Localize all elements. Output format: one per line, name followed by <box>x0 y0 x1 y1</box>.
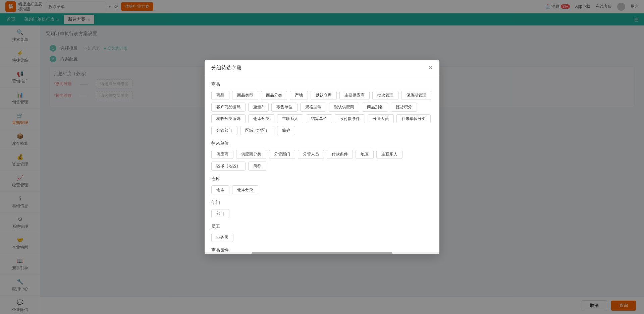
field-tag[interactable]: 商品 <box>211 91 229 100</box>
field-tag[interactable]: 供应商分类 <box>236 150 266 159</box>
field-tag[interactable]: 分管人员 <box>298 150 324 159</box>
field-tag[interactable]: 商品别名 <box>362 103 388 112</box>
section-goods-attr-title: 商品属性 <box>211 247 433 252</box>
field-tag[interactable]: 往来单位分类 <box>396 114 431 123</box>
section-goods-attr: 商品属性 属性 颜色 多规格 尺码 鞋码 1 <box>211 247 433 252</box>
section-goods: 商品 商品 商品类型 商品分类 产地 默认仓库 主要供应商 批次管理 保质期管理… <box>211 81 433 135</box>
field-tag[interactable]: 仓库分类 <box>248 114 274 123</box>
modal-header: 分组待选字段 ✕ <box>205 60 439 76</box>
modal-close-btn[interactable]: ✕ <box>428 65 433 70</box>
section-warehouse-tags: 仓库 仓库分类 <box>211 185 433 194</box>
modal-title: 分组待选字段 <box>211 65 241 71</box>
section-goods-tags: 商品 商品类型 商品分类 产地 默认仓库 主要供应商 批次管理 保质期管理 客户… <box>211 91 433 135</box>
field-tag[interactable]: 主联系人 <box>376 150 402 159</box>
field-tag[interactable]: 默认仓库 <box>311 91 337 100</box>
field-selection-modal: 分组待选字段 ✕ 商品 商品 商品类型 商品分类 产地 默认仓库 主要供应商 批… <box>205 60 439 254</box>
section-warehouse: 仓库 仓库 仓库分类 <box>211 176 433 194</box>
field-tag[interactable]: 仓库分类 <box>232 185 258 194</box>
field-tag[interactable]: 主要供应商 <box>339 91 370 100</box>
field-tag[interactable]: 批次管理 <box>372 91 398 100</box>
field-tag[interactable]: 拣货积分 <box>391 103 417 112</box>
modal-overlay: 分组待选字段 ✕ 商品 商品 商品类型 商品分类 产地 默认仓库 主要供应商 批… <box>0 0 644 314</box>
field-tag[interactable]: 地区 <box>356 150 374 159</box>
section-partner-title: 往来单位 <box>211 140 433 146</box>
field-tag[interactable]: 简称 <box>248 162 266 171</box>
modal-body[interactable]: 商品 商品 商品类型 商品分类 产地 默认仓库 主要供应商 批次管理 保质期管理… <box>205 76 439 252</box>
section-department-title: 部门 <box>211 200 433 206</box>
field-tag[interactable]: 分管人员 <box>368 114 394 123</box>
field-tag[interactable]: 保质期管理 <box>401 91 431 100</box>
section-partner: 往来单位 供应商 供应商分类 分管部门 分管人员 付款条件 地区 主联系人 区域… <box>211 140 433 171</box>
section-department: 部门 部门 <box>211 200 433 218</box>
field-tag[interactable]: 分管部门 <box>269 150 295 159</box>
section-goods-title: 商品 <box>211 81 433 87</box>
field-tag[interactable]: 供应商 <box>211 150 233 159</box>
modal-hscroll[interactable] <box>205 252 439 254</box>
field-tag[interactable]: 默认供应商 <box>329 103 359 112</box>
field-tag[interactable]: 商品分类 <box>261 91 287 100</box>
field-tag[interactable]: 税收分类编码 <box>211 114 246 123</box>
section-department-tags: 部门 <box>211 209 433 218</box>
field-tag[interactable]: 业务员 <box>211 233 233 242</box>
field-tag[interactable]: 简称 <box>277 126 295 135</box>
field-tag[interactable]: 分管部门 <box>211 126 237 135</box>
field-tag[interactable]: 客户商品编码 <box>211 103 246 112</box>
section-employee: 员工 业务员 <box>211 224 433 242</box>
field-tag[interactable]: 仓库 <box>211 185 229 194</box>
field-tag[interactable]: 区域（地区） <box>211 162 246 171</box>
field-tag[interactable]: 商品类型 <box>232 91 258 100</box>
section-employee-title: 员工 <box>211 224 433 230</box>
section-employee-tags: 业务员 <box>211 233 433 242</box>
field-tag[interactable]: 产地 <box>290 91 308 100</box>
field-tag[interactable]: 规格型号 <box>300 103 326 112</box>
field-tag[interactable]: 部门 <box>211 209 229 218</box>
section-warehouse-title: 仓库 <box>211 176 433 182</box>
field-tag[interactable]: 结算单位 <box>306 114 332 123</box>
field-tag[interactable]: 区域（地区） <box>240 126 274 135</box>
field-tag[interactable]: 主联系人 <box>277 114 303 123</box>
section-partner-tags: 供应商 供应商分类 分管部门 分管人员 付款条件 地区 主联系人 区域（地区） … <box>211 150 433 171</box>
field-tag[interactable]: 零售单位 <box>271 103 298 112</box>
field-tag[interactable]: 收付款条件 <box>335 114 365 123</box>
field-tag[interactable]: 重量3 <box>248 103 269 112</box>
field-tag[interactable]: 付款条件 <box>327 150 353 159</box>
